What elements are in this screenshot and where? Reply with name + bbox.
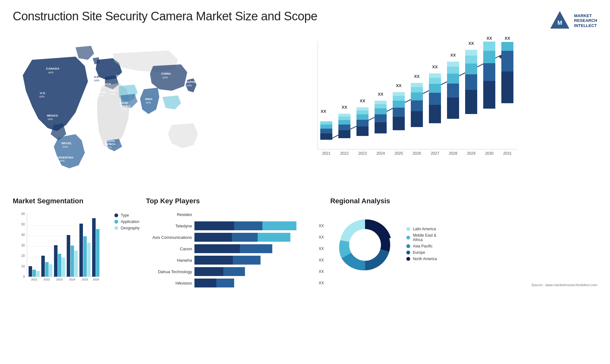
- svg-text:SAUDI: SAUDI: [119, 101, 128, 104]
- segmentation-section: Market Segmentation 0 10 20 30 40 50 60: [13, 197, 139, 290]
- svg-rect-83: [447, 67, 459, 74]
- latin-america-dot: [406, 227, 410, 231]
- asia-pacific-label: Asia Pacific: [413, 244, 432, 248]
- svg-text:xx%: xx%: [48, 118, 53, 121]
- legend-application: Application: [114, 219, 139, 224]
- legend-latin-america: Latin America: [406, 227, 437, 231]
- player-hanwha: Hanwha XX: [146, 256, 324, 265]
- svg-text:xx%: xx%: [63, 145, 68, 148]
- svg-rect-38: [338, 130, 350, 138]
- player-name-hikvision: Hikvision: [146, 281, 192, 286]
- svg-text:ARABIA: ARABIA: [119, 104, 131, 108]
- svg-rect-39: [338, 125, 350, 130]
- logo-text: MARKET RESEARCH INTELLECT: [574, 13, 597, 28]
- regional-title: Regional Analysis: [330, 197, 597, 205]
- logo-line2: RESEARCH: [574, 18, 597, 23]
- svg-rect-42: [338, 114, 350, 117]
- logo-line3: INTELLECT: [574, 23, 597, 28]
- svg-text:2021: 2021: [322, 151, 331, 156]
- geography-dot: [114, 226, 118, 230]
- svg-text:2029: 2029: [467, 151, 476, 156]
- svg-rect-136: [83, 236, 87, 277]
- svg-text:XX: XX: [450, 53, 456, 57]
- svg-rect-84: [447, 62, 459, 67]
- svg-text:40: 40: [21, 233, 25, 237]
- world-map: CANADA xx% U.S. xx% MEXICO xx% BRAZIL xx…: [13, 35, 210, 168]
- player-hikvision: Hikvision XX: [146, 279, 324, 287]
- svg-text:2024: 2024: [376, 151, 385, 156]
- svg-rect-81: [447, 84, 459, 98]
- logo-line1: MARKET: [574, 13, 597, 18]
- svg-text:XX: XX: [486, 36, 492, 41]
- svg-text:SOUTH: SOUTH: [105, 139, 115, 143]
- svg-rect-80: [447, 98, 459, 119]
- svg-rect-48: [356, 111, 369, 114]
- svg-rect-139: [92, 218, 96, 277]
- regional-legend: Latin America Middle East &Africa Asia P…: [406, 227, 437, 263]
- svg-text:U.S.: U.S.: [40, 91, 46, 95]
- svg-text:2028: 2028: [449, 151, 458, 156]
- svg-rect-125: [49, 264, 52, 277]
- svg-rect-132: [71, 246, 74, 277]
- svg-rect-87: [465, 90, 477, 114]
- svg-rect-68: [411, 92, 423, 100]
- svg-rect-62: [393, 96, 405, 101]
- player-resideo: Resideo: [146, 210, 324, 219]
- player-name-teledyne: Teledyne: [146, 224, 192, 228]
- player-dahua: Dahua Technology XX: [146, 267, 324, 276]
- svg-rect-53: [375, 114, 387, 122]
- player-val-canon: XX: [319, 246, 324, 251]
- svg-text:U.K.: U.K.: [94, 75, 100, 78]
- svg-rect-47: [356, 114, 369, 120]
- svg-text:AFRICA: AFRICA: [105, 143, 116, 146]
- header: Construction Site Security Camera Market…: [0, 0, 610, 35]
- svg-text:50: 50: [21, 223, 25, 226]
- svg-point-142: [349, 229, 381, 261]
- mea-dot: [406, 236, 410, 239]
- svg-rect-82: [447, 74, 459, 84]
- svg-text:2022: 2022: [44, 278, 50, 281]
- player-name-axis: Axis Communications: [146, 235, 192, 240]
- svg-rect-75: [429, 84, 441, 93]
- svg-rect-119: [29, 266, 32, 277]
- svg-text:xx%: xx%: [98, 94, 104, 97]
- latin-america-label: Latin America: [413, 227, 436, 231]
- svg-text:2025: 2025: [395, 151, 403, 156]
- svg-text:2027: 2027: [431, 151, 439, 156]
- svg-rect-123: [41, 256, 45, 277]
- bar-2021-s3: [320, 125, 332, 129]
- player-bar-hanwha: [194, 256, 314, 265]
- svg-text:BRAZIL: BRAZIL: [62, 142, 72, 145]
- player-bar-container-resideo: [194, 210, 324, 219]
- svg-text:XX: XX: [360, 98, 365, 103]
- bar-chart-section: XX 2021 XX 2022 XX 2023 XX 20: [216, 35, 597, 187]
- player-val-dahua: XX: [319, 269, 324, 274]
- svg-rect-135: [79, 224, 83, 277]
- asia-pacific-dot: [406, 244, 410, 248]
- svg-text:2031: 2031: [503, 151, 512, 156]
- svg-text:xx%: xx%: [94, 79, 99, 82]
- svg-text:ITALY: ITALY: [109, 89, 117, 92]
- svg-text:xx%: xx%: [121, 108, 126, 111]
- player-val-hikvision: XX: [319, 281, 324, 285]
- mea-label: Middle East &Africa: [413, 233, 436, 242]
- europe-dot: [406, 251, 410, 254]
- bottom-content: Market Segmentation 0 10 20 30 40 50 60: [0, 191, 610, 290]
- player-name-dahua: Dahua Technology: [146, 269, 192, 274]
- svg-text:XX: XX: [342, 105, 347, 110]
- svg-text:XX: XX: [414, 74, 420, 79]
- svg-rect-97: [483, 42, 495, 51]
- svg-text:M: M: [558, 20, 562, 26]
- player-name-hanwha: Hanwha: [146, 258, 192, 263]
- svg-text:xx%: xx%: [59, 159, 65, 162]
- svg-rect-49: [356, 107, 369, 111]
- svg-text:XX: XX: [468, 41, 474, 46]
- legend-type: Type: [114, 213, 139, 218]
- svg-rect-96: [483, 51, 495, 63]
- svg-rect-74: [429, 93, 441, 105]
- legend-mea: Middle East &Africa: [406, 233, 437, 242]
- player-name-canon: Canon: [146, 246, 192, 251]
- svg-text:20: 20: [21, 254, 25, 258]
- svg-rect-70: [411, 83, 423, 87]
- svg-rect-73: [429, 105, 441, 123]
